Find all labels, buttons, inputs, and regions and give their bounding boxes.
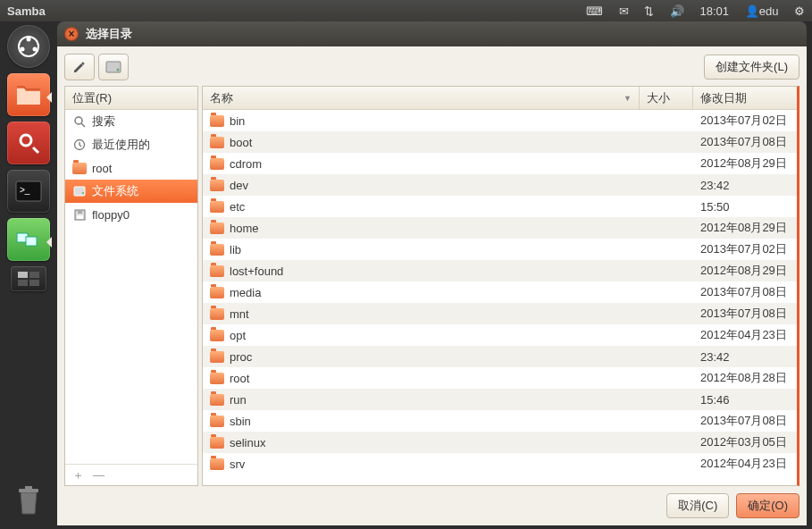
file-name: etc bbox=[230, 200, 245, 214]
sort-indicator-icon: ▼ bbox=[624, 94, 632, 103]
file-name: boot bbox=[230, 136, 252, 149]
folder-icon bbox=[210, 137, 224, 148]
launcher-active-arrow-icon bbox=[46, 92, 52, 103]
file-date: 2013年07月02日 bbox=[693, 241, 797, 257]
folder-icon bbox=[210, 201, 224, 213]
remove-bookmark-button[interactable]: — bbox=[93, 468, 105, 482]
ok-button[interactable]: 确定(O) bbox=[736, 493, 799, 518]
file-row[interactable]: srv2012年04月23日 bbox=[203, 453, 797, 474]
launcher-files[interactable] bbox=[7, 73, 50, 116]
sidebar-item-folder[interactable]: root bbox=[65, 156, 197, 180]
folder-icon bbox=[210, 437, 224, 449]
close-button[interactable] bbox=[64, 27, 79, 41]
svg-rect-23 bbox=[77, 215, 83, 219]
file-name: home bbox=[230, 222, 259, 235]
file-row[interactable]: selinux2012年03月05日 bbox=[203, 432, 797, 453]
svg-rect-12 bbox=[29, 280, 39, 286]
launcher-terminal[interactable]: >_ bbox=[7, 170, 50, 213]
file-row[interactable]: etc15:50 bbox=[203, 196, 797, 217]
file-row[interactable]: dev23:42 bbox=[203, 174, 797, 196]
file-row[interactable]: media2013年07月08日 bbox=[203, 281, 797, 303]
file-name: media bbox=[230, 286, 261, 299]
file-row[interactable]: proc23:42 bbox=[203, 346, 797, 367]
file-name: selinux bbox=[230, 436, 265, 449]
sidebar-item-search[interactable]: 搜索 bbox=[65, 110, 197, 133]
launcher-trash[interactable] bbox=[9, 481, 48, 520]
places-header: 位置(R) bbox=[65, 87, 197, 110]
sidebar-item-label: root bbox=[92, 162, 112, 175]
file-row[interactable]: mnt2013年07月08日 bbox=[203, 303, 797, 324]
keyboard-icon[interactable]: ⌨ bbox=[586, 4, 603, 18]
folder-icon bbox=[210, 180, 224, 191]
file-row[interactable]: run15:46 bbox=[203, 389, 797, 410]
add-bookmark-button[interactable]: ＋ bbox=[72, 467, 84, 483]
folder-icon bbox=[210, 394, 224, 406]
svg-rect-10 bbox=[29, 272, 39, 278]
search-icon bbox=[72, 115, 87, 128]
sidebar-item-recent[interactable]: 最近使用的 bbox=[65, 133, 197, 156]
sidebar-item-label: floppy0 bbox=[92, 208, 130, 222]
file-name: root bbox=[230, 372, 249, 385]
sidebar-item-disk[interactable]: 文件系统 bbox=[65, 180, 197, 203]
launcher-samba[interactable] bbox=[7, 218, 50, 261]
sidebar-item-label: 最近使用的 bbox=[92, 137, 150, 153]
file-row[interactable]: boot2013年07月08日 bbox=[203, 131, 797, 153]
file-row[interactable]: lost+found2012年08月29日 bbox=[203, 260, 797, 281]
sidebar-item-label: 搜索 bbox=[92, 113, 115, 130]
svg-rect-13 bbox=[19, 489, 38, 492]
folder-icon bbox=[210, 373, 224, 384]
svg-point-16 bbox=[117, 69, 120, 71]
folder-icon bbox=[210, 115, 224, 127]
file-row[interactable]: bin2013年07月02日 bbox=[203, 110, 797, 131]
svg-point-1 bbox=[27, 38, 31, 42]
file-list-pane: 名称▼ 大小 修改日期 bin2013年07月02日boot2013年07月08… bbox=[202, 86, 799, 486]
file-date: 23:42 bbox=[693, 179, 797, 192]
user-menu[interactable]: 👤 edu bbox=[745, 4, 779, 18]
svg-text:>_: >_ bbox=[20, 185, 30, 195]
dialog-toolbar: 创建文件夹(L) bbox=[64, 54, 799, 80]
file-name: cdrom bbox=[230, 157, 262, 171]
folder-icon bbox=[72, 163, 87, 174]
volume-icon[interactable]: 🔊 bbox=[670, 4, 684, 18]
file-date: 23:42 bbox=[693, 350, 797, 364]
launcher-workspace[interactable] bbox=[11, 266, 46, 291]
file-row[interactable]: lib2013年07月02日 bbox=[203, 239, 797, 260]
file-name: proc bbox=[230, 350, 252, 364]
file-date: 2012年08月28日 bbox=[693, 370, 797, 386]
disk-button[interactable] bbox=[98, 54, 129, 80]
folder-icon bbox=[210, 244, 224, 256]
dash-button[interactable] bbox=[7, 25, 50, 68]
places-footer: ＋ — bbox=[65, 464, 197, 485]
file-row[interactable]: root2012年08月28日 bbox=[203, 367, 797, 389]
file-row[interactable]: sbin2013年07月08日 bbox=[203, 410, 797, 432]
edit-path-button[interactable] bbox=[64, 54, 95, 80]
svg-rect-9 bbox=[18, 272, 28, 278]
file-row[interactable]: opt2012年04月23日 bbox=[203, 324, 797, 346]
file-name: opt bbox=[230, 329, 246, 342]
file-row[interactable]: cdrom2012年08月29日 bbox=[203, 153, 797, 174]
column-size[interactable]: 大小 bbox=[640, 87, 693, 109]
file-name: bin bbox=[230, 114, 245, 128]
dialog-titlebar[interactable]: 选择目录 bbox=[57, 21, 807, 46]
file-date: 2012年04月23日 bbox=[693, 456, 797, 472]
folder-icon bbox=[210, 330, 224, 341]
column-name[interactable]: 名称▼ bbox=[203, 87, 640, 109]
sidebar-item-label: 文件系统 bbox=[92, 183, 138, 199]
file-name: lib bbox=[230, 243, 241, 256]
recent-icon bbox=[72, 139, 87, 151]
mail-icon[interactable]: ✉ bbox=[619, 4, 629, 18]
network-icon[interactable]: ⇅ bbox=[644, 4, 654, 18]
create-folder-button[interactable]: 创建文件夹(L) bbox=[704, 55, 799, 80]
gear-icon[interactable]: ⚙ bbox=[794, 4, 805, 18]
launcher-settings[interactable] bbox=[7, 122, 50, 164]
sidebar-item-floppy[interactable]: floppy0 bbox=[65, 203, 197, 226]
column-date[interactable]: 修改日期 bbox=[693, 87, 797, 109]
file-row[interactable]: home2012年08月29日 bbox=[203, 217, 797, 239]
system-tray: ⌨ ✉ ⇅ 🔊 18:01 👤 edu ⚙ bbox=[573, 4, 805, 18]
svg-rect-19 bbox=[74, 187, 85, 196]
clock[interactable]: 18:01 bbox=[700, 4, 730, 18]
file-name: dev bbox=[230, 179, 248, 192]
svg-point-2 bbox=[33, 47, 38, 52]
folder-icon bbox=[210, 308, 224, 320]
cancel-button[interactable]: 取消(C) bbox=[666, 493, 729, 518]
